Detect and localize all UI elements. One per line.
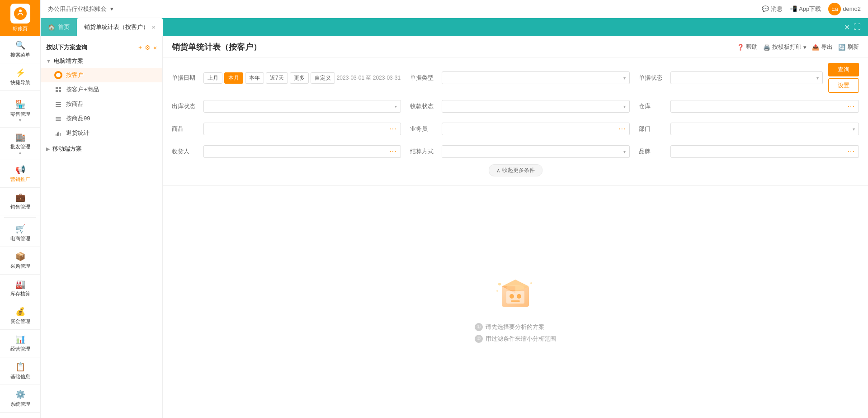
scheme-add-btn[interactable]: +	[138, 44, 142, 51]
brand-dots[interactable]: ···	[848, 147, 855, 156]
sidebar-item-wholesale-label: 批发管理	[10, 143, 30, 150]
finance-icon: 💰	[15, 307, 25, 317]
download-icon: 📲	[790, 5, 797, 12]
refresh-btn[interactable]: 🔄 刷新	[838, 43, 859, 51]
right-panel: 销货单统计表（按客户） ❓ 帮助 🖨️ 按模板打印 ▾ 📤 导出	[163, 36, 868, 418]
date-btn-this-month[interactable]: 本月	[224, 72, 243, 84]
empty-tip-2-text: 用过滤条件来缩小分析范围	[486, 335, 556, 343]
user-avatar: Ea	[828, 3, 841, 15]
scheme-item-by-customer[interactable]: 按客户	[41, 68, 162, 82]
scheme-item-return-stat[interactable]: 退货统计	[41, 126, 162, 140]
salesperson-label: 业务员	[410, 125, 442, 133]
topbar-dropdown-icon[interactable]: ▾	[110, 5, 113, 12]
topbar-left: 办公用品行业模拟账套 ▾	[48, 5, 113, 13]
sales-icon: 💼	[15, 192, 25, 202]
tab-sales-stat[interactable]: 销货单统计表（按客户） ✕	[77, 18, 163, 36]
ship-status-control[interactable]: ▾	[203, 100, 401, 113]
svg-rect-7	[56, 102, 61, 103]
warehouse-dots[interactable]: ···	[848, 102, 855, 110]
tab-expand-btn[interactable]: ⛶	[854, 23, 861, 32]
consignee-control[interactable]: ···	[203, 145, 401, 158]
svg-rect-10	[56, 117, 61, 118]
consignee-dots[interactable]: ···	[389, 147, 396, 156]
sidebar: 标账页 🔍 搜索菜单 ⚡ 快捷导航 🏪 零售管理 ▼ 🏬 批发管理 ▲ 📢 营销…	[0, 0, 41, 418]
sidebar-item-ecommerce[interactable]: 🛒 电商管理	[0, 219, 40, 247]
message-btn[interactable]: 💬 消息	[762, 5, 783, 13]
brand-control[interactable]: ···	[670, 145, 859, 158]
settlement-control[interactable]: ▾	[442, 145, 630, 158]
warehouse-control[interactable]: ···	[670, 100, 859, 113]
scheme-settings-btn[interactable]: ⚙	[145, 44, 151, 51]
sidebar-item-system[interactable]: ⚙️ 系统管理	[0, 385, 40, 413]
order-type-control[interactable]: ▾	[442, 71, 630, 84]
by-customer-product-icon	[54, 86, 62, 94]
sidebar-item-quicknav[interactable]: ⚡ 快捷导航	[0, 63, 40, 91]
date-btn-more[interactable]: 更多	[290, 72, 309, 84]
query-btn[interactable]: 查询	[828, 63, 859, 76]
return-stat-icon	[54, 129, 62, 137]
app-download-btn[interactable]: 📲 App下载	[790, 5, 821, 13]
dept-control[interactable]: ▾	[670, 123, 859, 135]
order-status-control[interactable]: ▾	[670, 71, 823, 84]
sidebar-item-marketing-label: 营销推广	[10, 176, 30, 183]
user-name: demo2	[843, 5, 861, 12]
salesperson-dots[interactable]: ···	[618, 125, 626, 133]
date-btn-custom[interactable]: 自定义	[311, 72, 335, 84]
sidebar-item-wholesale[interactable]: 🏬 批发管理 ▲	[0, 128, 40, 160]
tab-close-icon[interactable]: ✕	[151, 24, 156, 30]
sidebar-item-marketing[interactable]: 📢 营销推广	[0, 160, 40, 188]
home-icon: 🏠	[48, 24, 55, 31]
ship-status-arrow: ▾	[395, 104, 397, 109]
retail-icon: 🏪	[15, 100, 25, 109]
print-btn[interactable]: 🖨️ 按模板打印 ▾	[763, 43, 807, 51]
mobile-group-label: 移动端方案	[52, 145, 82, 153]
scheme-group-pc-header[interactable]: ▼ 电脑端方案	[41, 54, 162, 68]
sidebar-item-enterprise[interactable]: 🤝 企业协同	[0, 413, 40, 418]
sidebar-item-operation[interactable]: 📊 经营管理	[0, 330, 40, 357]
topbar-title: 办公用品行业模拟账套	[48, 5, 107, 13]
svg-point-25	[498, 283, 501, 285]
sidebar-item-system-label: 系统管理	[10, 401, 30, 408]
payment-status-arrow: ▾	[623, 104, 626, 109]
tab-home[interactable]: 🏠 首页	[41, 18, 77, 36]
salesperson-control[interactable]: ···	[442, 123, 630, 135]
product-control[interactable]: ···	[203, 123, 401, 135]
scheme-group-mobile-header[interactable]: ▶ 移动端方案	[41, 142, 162, 156]
sidebar-item-search[interactable]: 🔍 搜索菜单	[0, 36, 40, 63]
scheme-item-by-product[interactable]: 按商品	[41, 97, 162, 111]
tab-close-all-btn[interactable]: ✕	[844, 23, 850, 32]
date-btn-7days[interactable]: 近7天	[266, 72, 288, 84]
setting-btn[interactable]: 设置	[828, 78, 859, 93]
scheme-item-by-product99[interactable]: 按商品99	[41, 111, 162, 126]
empty-tip-2: ② 用过滤条件来缩小分析范围	[475, 335, 556, 343]
payment-status-control[interactable]: ▾	[442, 100, 630, 113]
svg-rect-9	[56, 106, 61, 107]
filter-order-status-row: 单据状态 ▾ 查询 设置	[630, 63, 859, 93]
filter-area: 单据日期 上月 本月 本年 近7天 更多 自定义 2023-03-01 至 20…	[163, 57, 868, 186]
sidebar-item-retail[interactable]: 🏪 零售管理 ▼	[0, 95, 40, 128]
product-dots[interactable]: ···	[389, 125, 396, 133]
wholesale-arrow: ▲	[18, 150, 23, 155]
sidebar-item-basic[interactable]: 📋 基础信息	[0, 357, 40, 385]
export-btn[interactable]: 📤 导出	[812, 43, 833, 51]
user-area[interactable]: Ea demo2	[828, 3, 861, 15]
sidebar-item-finance-label: 资金管理	[10, 318, 30, 325]
operation-icon: 📊	[15, 334, 25, 344]
wholesale-icon: 🏬	[15, 132, 25, 142]
sidebar-item-inventory[interactable]: 🏭 库存核算	[0, 275, 40, 302]
sidebar-item-finance[interactable]: 💰 资金管理	[0, 302, 40, 330]
scheme-group-mobile: ▶ 移动端方案	[41, 142, 162, 156]
settlement-label: 结算方式	[410, 147, 442, 156]
quicknav-icon: ⚡	[15, 68, 25, 78]
dept-label: 部门	[639, 125, 670, 133]
sidebar-item-sales[interactable]: 💼 销售管理	[0, 188, 40, 215]
collapse-btn[interactable]: ∧ 收起更多条件	[489, 164, 542, 176]
svg-point-22	[517, 294, 521, 299]
page-actions: ❓ 帮助 🖨️ 按模板打印 ▾ 📤 导出 🔄 刷新	[737, 43, 859, 51]
help-btn[interactable]: ❓ 帮助	[737, 43, 758, 51]
scheme-item-by-customer-product[interactable]: 按客户+商品	[41, 82, 162, 97]
scheme-collapse-btn[interactable]: «	[153, 44, 157, 51]
date-btn-this-year[interactable]: 本年	[245, 72, 264, 84]
sidebar-item-purchase[interactable]: 📦 采购管理	[0, 247, 40, 275]
date-btn-last-month[interactable]: 上月	[203, 72, 222, 84]
